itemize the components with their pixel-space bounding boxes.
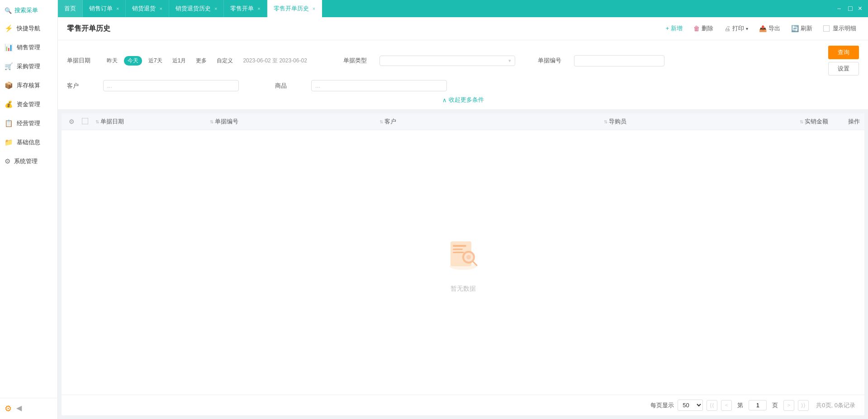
empty-text: 暂无数据 (451, 285, 476, 293)
checkbox-icon (823, 25, 830, 32)
export-label: 导出 (768, 24, 780, 33)
order-type-label: 单据类型 (343, 56, 370, 65)
col-header-guide[interactable]: ⇅ 导购员 (604, 118, 714, 126)
last-page-button[interactable]: ⟩⟩ (798, 400, 809, 411)
page-size-select[interactable]: 50 100 200 (678, 400, 703, 411)
col-header-num[interactable]: ⇅ 单据编号 (210, 118, 375, 126)
print-icon: 🖨 (724, 25, 730, 32)
query-button[interactable]: 查询 (828, 46, 859, 59)
sidebar-item-inventory[interactable]: 📦 库存核算 (0, 76, 57, 95)
table-gear-button[interactable]: ⚙ (66, 117, 77, 126)
page-unit: 页 (772, 401, 778, 410)
col-header-date[interactable]: ⇅ 单据日期 (95, 118, 205, 126)
sidebar-item-quick-nav[interactable]: ⚡ 快捷导航 (0, 19, 57, 38)
main-area: 首页 销售订单 × 销货退货 × 销货退货历史 × 零售开单 × 零售开单历史 … (58, 0, 868, 419)
tab-sales-return-history-close[interactable]: × (214, 6, 217, 11)
col-action-label: 操作 (848, 118, 860, 126)
print-label: 打印 (732, 24, 744, 33)
filter-area: 单据日期 昨天 今天 近7天 近1月 更多 自定义 2023-06-02 至 2… (58, 40, 868, 110)
select-all-checkbox[interactable] (82, 118, 91, 126)
sidebar-item-sales[interactable]: 📊 销售管理 (0, 38, 57, 57)
tab-sales-order-close[interactable]: × (116, 6, 119, 11)
svg-rect-3 (453, 249, 463, 250)
goods-input[interactable]: ... (311, 80, 447, 91)
sidebar-search[interactable]: 🔍 搜索采单 (0, 0, 57, 19)
sidebar-settings-icon[interactable]: ⚙ (5, 404, 12, 414)
col-sort-icon: ⇅ (800, 119, 803, 124)
date-pill-yesterday[interactable]: 昨天 (103, 56, 121, 66)
finance-icon: 💰 (5, 100, 13, 108)
collapse-button[interactable]: ∧ 收起更多条件 (442, 96, 484, 104)
delete-button[interactable]: 🗑 删除 (691, 23, 716, 34)
page-input[interactable] (749, 400, 767, 410)
print-button[interactable]: 🖨 打印 ▾ (721, 23, 751, 34)
prev-page-button[interactable]: ＜ (721, 400, 732, 411)
date-pill-week[interactable]: 近7天 (145, 56, 166, 66)
inventory-icon: 📦 (5, 81, 13, 89)
svg-rect-2 (453, 245, 466, 247)
delete-label: 删除 (702, 24, 713, 33)
sidebar-item-label: 销售管理 (17, 43, 40, 52)
col-guide-label: 导购员 (609, 118, 626, 126)
collapse-label: 收起更多条件 (449, 96, 484, 104)
order-type-select[interactable]: ▾ (379, 56, 515, 66)
tab-home[interactable]: 首页 (58, 0, 83, 17)
next-page-button[interactable]: ＞ (783, 400, 794, 411)
goods-label: 商品 (275, 82, 302, 90)
add-button[interactable]: + 新增 (663, 23, 685, 34)
pagination: 每页显示 50 100 200 ⟨⟨ ＜ 第 页 ＞ ⟩⟩ 共0页, 0条记录 (62, 395, 864, 415)
col-header-amount[interactable]: ⇅ 实销金额 (718, 118, 828, 126)
page-size-label: 每页显示 (650, 401, 674, 410)
sidebar-item-finance[interactable]: 💰 资金管理 (0, 95, 57, 114)
table-header: ⚙ ⇅ 单据日期 ⇅ 单据编号 ⇅ 客户 ⇅ 导购员 (62, 113, 864, 130)
operations-icon: 📋 (5, 119, 13, 127)
purchase-icon: 🛒 (5, 62, 13, 71)
sidebar-collapse-icon[interactable]: ◀ (16, 404, 22, 414)
col-amount-label: 实销金额 (805, 118, 828, 126)
total-info: 共0页, 0条记录 (816, 401, 855, 410)
display-label: 显示明细 (833, 24, 856, 33)
restore-btn[interactable]: □ (846, 5, 855, 13)
sidebar-item-purchase[interactable]: 🛒 采购管理 (0, 57, 57, 76)
sidebar-item-basic-info[interactable]: 📁 基础信息 (0, 133, 57, 152)
first-page-button[interactable]: ⟨⟨ (707, 400, 717, 411)
order-num-input[interactable] (574, 55, 664, 66)
date-pill-today[interactable]: 今天 (124, 56, 142, 66)
col-num-label: 单据编号 (215, 118, 238, 126)
export-button[interactable]: 📤 导出 (756, 23, 783, 34)
checkbox-icon (82, 118, 88, 124)
date-pill-more[interactable]: 更多 (192, 56, 210, 66)
minimize-btn[interactable]: － (833, 4, 845, 14)
tab-sales-return-close[interactable]: × (159, 6, 162, 11)
tab-sales-return[interactable]: 销货退货 × (126, 0, 169, 17)
settings-button[interactable]: 设置 (828, 62, 859, 75)
date-pill-custom[interactable]: 自定义 (213, 56, 237, 66)
col-date-label: 单据日期 (100, 118, 124, 126)
dropdown-icon: ▾ (508, 58, 511, 64)
display-detail-button[interactable]: 显示明细 (821, 23, 859, 34)
filter-row-2: 客户 ... 商品 ... (67, 80, 859, 91)
window-controls: － □ × (833, 4, 868, 14)
filter-row-1: 单据日期 昨天 今天 近7天 近1月 更多 自定义 2023-06-02 至 2… (67, 46, 859, 75)
sidebar-item-operations[interactable]: 📋 经营管理 (0, 114, 57, 133)
customer-placeholder: ... (107, 82, 112, 89)
tab-sales-order[interactable]: 销售订单 × (83, 0, 126, 17)
tab-retail-history[interactable]: 零售开单历史 × (267, 0, 322, 17)
tab-retail-history-close[interactable]: × (313, 6, 315, 11)
collapse-icon: ∧ (442, 97, 447, 104)
delete-icon: 🗑 (693, 25, 700, 32)
customer-input[interactable]: ... (103, 80, 239, 91)
goods-placeholder: ... (315, 82, 320, 89)
col-header-customer[interactable]: ⇅ 客户 (379, 118, 599, 126)
page-title: 零售开单历史 (67, 24, 110, 33)
tab-sales-return-history[interactable]: 销货退货历史 × (169, 0, 224, 17)
col-sort-icon: ⇅ (604, 119, 607, 124)
close-btn[interactable]: × (856, 5, 864, 13)
col-sort-icon: ⇅ (95, 119, 99, 124)
tab-retail-open[interactable]: 零售开单 × (224, 0, 267, 17)
refresh-button[interactable]: 🔄 刷新 (788, 23, 815, 34)
print-dropdown-icon: ▾ (746, 26, 748, 31)
date-pill-month[interactable]: 近1月 (169, 56, 190, 66)
sidebar-item-system[interactable]: ⚙ 系统管理 (0, 152, 57, 171)
tab-retail-open-close[interactable]: × (257, 6, 260, 11)
